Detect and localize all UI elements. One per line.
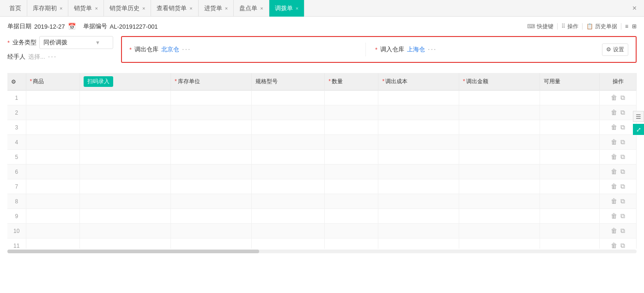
delete-icon-4[interactable]: 🗑 bbox=[611, 138, 617, 146]
row-8-cost[interactable] bbox=[378, 194, 459, 209]
row-11-amount[interactable] bbox=[459, 238, 540, 249]
delete-icon-9[interactable]: 🗑 bbox=[611, 212, 617, 220]
layout-icon-1[interactable]: ≡ bbox=[625, 23, 628, 30]
row-11-product[interactable] bbox=[26, 238, 79, 249]
row-4-cost[interactable] bbox=[378, 135, 459, 150]
row-10-spec[interactable] bbox=[251, 224, 324, 238]
row-5-spec[interactable] bbox=[251, 150, 324, 165]
tab-inventory[interactable]: 盘点单 × bbox=[234, 0, 269, 17]
tab-view-sales-close[interactable]: × bbox=[189, 6, 192, 11]
tab-home[interactable]: 首页 bbox=[4, 0, 27, 17]
scan-button[interactable]: 扫码录入 bbox=[84, 76, 113, 87]
table-settings-icon[interactable]: ⚙ bbox=[11, 79, 16, 85]
row-9-qty[interactable] bbox=[325, 209, 378, 224]
row-3-qty[interactable] bbox=[325, 120, 378, 135]
row-8-qty[interactable] bbox=[325, 194, 378, 209]
row-3-unit[interactable] bbox=[171, 120, 252, 135]
row-9-product[interactable] bbox=[26, 209, 79, 224]
row-6-product[interactable] bbox=[26, 165, 79, 179]
row-3-product[interactable] bbox=[26, 120, 79, 135]
row-6-spec[interactable] bbox=[251, 165, 324, 179]
th-scan[interactable]: 扫码录入 bbox=[79, 73, 170, 91]
row-7-spec[interactable] bbox=[251, 179, 324, 194]
row-9-spec[interactable] bbox=[251, 209, 324, 224]
tab-purchase-close[interactable]: × bbox=[225, 6, 228, 11]
copy-icon-2[interactable]: ⧉ bbox=[620, 109, 625, 116]
copy-icon-6[interactable]: ⧉ bbox=[620, 168, 625, 175]
row-10-amount[interactable] bbox=[459, 224, 540, 238]
delete-icon-6[interactable]: 🗑 bbox=[611, 168, 617, 175]
row-6-unit[interactable] bbox=[171, 165, 252, 179]
person-more-icon[interactable]: ··· bbox=[48, 53, 57, 61]
tab-sales-order[interactable]: 销货单 × bbox=[68, 0, 103, 17]
row-2-unit[interactable] bbox=[171, 105, 252, 120]
row-10-product[interactable] bbox=[26, 224, 79, 238]
row-8-amount[interactable] bbox=[459, 194, 540, 209]
operation-toolbar-item[interactable]: ⠿ 操作 bbox=[561, 23, 578, 31]
row-11-spec[interactable] bbox=[251, 238, 324, 249]
copy-icon-7[interactable]: ⧉ bbox=[620, 183, 625, 190]
delete-icon-11[interactable]: 🗑 bbox=[611, 242, 617, 249]
shortcut-toolbar-item[interactable]: ⌨ 快捷键 bbox=[527, 23, 553, 31]
row-7-product[interactable] bbox=[26, 179, 79, 194]
tab-sales-history[interactable]: 销货单历史 × bbox=[104, 0, 151, 17]
tab-sales-history-close[interactable]: × bbox=[142, 6, 145, 11]
row-8-spec[interactable] bbox=[251, 194, 324, 209]
tab-stock-init-close[interactable]: × bbox=[60, 6, 62, 11]
tab-transfer[interactable]: 调拨单 × bbox=[269, 0, 304, 17]
row-7-cost[interactable] bbox=[378, 179, 459, 194]
row-5-product[interactable] bbox=[26, 150, 79, 165]
tab-transfer-close[interactable]: × bbox=[296, 6, 298, 11]
tab-stock-init[interactable]: 库存期初 × bbox=[27, 0, 68, 17]
tab-sales-order-close[interactable]: × bbox=[95, 6, 97, 11]
row-8-product[interactable] bbox=[26, 194, 79, 209]
row-10-cost[interactable] bbox=[378, 224, 459, 238]
out-warehouse-value[interactable]: 北京仓 bbox=[161, 45, 179, 54]
copy-icon-11[interactable]: ⧉ bbox=[620, 242, 625, 249]
row-11-cost[interactable] bbox=[378, 238, 459, 249]
tab-view-sales[interactable]: 查看销货单 × bbox=[151, 0, 198, 17]
row-5-unit[interactable] bbox=[171, 150, 252, 165]
row-7-unit[interactable] bbox=[171, 179, 252, 194]
copy-icon-4[interactable]: ⧉ bbox=[620, 138, 625, 146]
row-9-amount[interactable] bbox=[459, 209, 540, 224]
copy-icon-10[interactable]: ⧉ bbox=[620, 227, 625, 234]
row-7-amount[interactable] bbox=[459, 179, 540, 194]
row-10-unit[interactable] bbox=[171, 224, 252, 238]
float-list-icon[interactable]: ☰ bbox=[633, 111, 644, 122]
delete-icon-8[interactable]: 🗑 bbox=[611, 197, 617, 205]
in-warehouse-value[interactable]: 上海仓 bbox=[407, 45, 425, 54]
delete-icon-7[interactable]: 🗑 bbox=[611, 183, 617, 190]
float-expand-icon[interactable]: ⤢ bbox=[633, 124, 644, 135]
row-4-amount[interactable] bbox=[459, 135, 540, 150]
out-warehouse-more-icon[interactable]: ··· bbox=[182, 45, 191, 54]
delete-icon-1[interactable]: 🗑 bbox=[611, 94, 617, 101]
business-type-select[interactable]: 同价调拨 ▼ bbox=[39, 36, 113, 49]
calendar-icon[interactable]: 📅 bbox=[68, 23, 76, 30]
table-container[interactable]: ⚙ 商品 扫码录入 库存单位 规格型号 数量 调出成本 调出金额 可用量 操作 bbox=[7, 73, 637, 249]
copy-icon-8[interactable]: ⧉ bbox=[620, 197, 625, 205]
row-5-qty[interactable] bbox=[325, 150, 378, 165]
row-1-unit[interactable] bbox=[171, 91, 252, 105]
row-7-qty[interactable] bbox=[325, 179, 378, 194]
delete-icon-2[interactable]: 🗑 bbox=[611, 109, 617, 116]
row-4-spec[interactable] bbox=[251, 135, 324, 150]
th-settings[interactable]: ⚙ bbox=[7, 73, 26, 91]
copy-icon-9[interactable]: ⧉ bbox=[620, 212, 625, 220]
copy-icon-1[interactable]: ⧉ bbox=[620, 94, 625, 101]
row-6-cost[interactable] bbox=[378, 165, 459, 179]
row-4-unit[interactable] bbox=[171, 135, 252, 150]
row-2-product[interactable] bbox=[26, 105, 79, 120]
person-select[interactable]: 选择... bbox=[28, 53, 45, 61]
delete-icon-3[interactable]: 🗑 bbox=[611, 123, 617, 131]
copy-icon-5[interactable]: ⧉ bbox=[620, 153, 625, 160]
row-4-product[interactable] bbox=[26, 135, 79, 150]
close-all-tabs[interactable]: × bbox=[629, 2, 640, 14]
row-2-amount[interactable] bbox=[459, 105, 540, 120]
tab-inventory-close[interactable]: × bbox=[260, 6, 263, 11]
row-9-unit[interactable] bbox=[171, 209, 252, 224]
horizontal-scrollbar[interactable] bbox=[7, 250, 637, 253]
row-5-amount[interactable] bbox=[459, 150, 540, 165]
history-toolbar-item[interactable]: 📋 历史单据 bbox=[586, 23, 617, 31]
layout-icon-2[interactable]: ⊞ bbox=[632, 23, 637, 30]
